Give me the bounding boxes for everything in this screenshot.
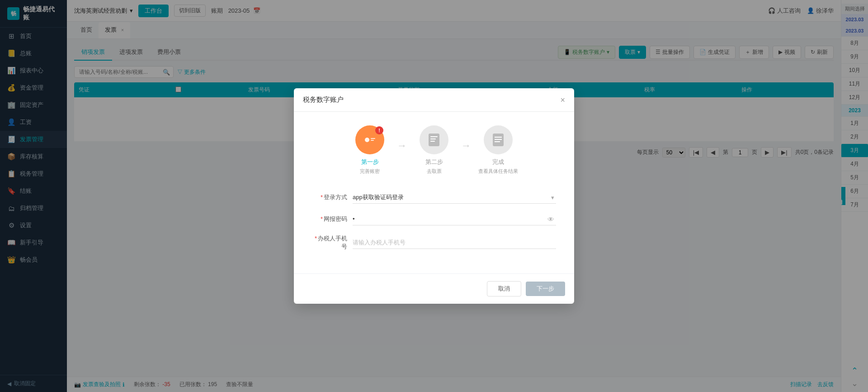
form-row-login-method: 登录方式 app获取验证码登录 ▾ (312, 191, 556, 204)
svg-rect-0 (363, 135, 377, 145)
svg-rect-4 (429, 134, 439, 146)
phone-input[interactable] (353, 236, 556, 249)
step-arrow-2: → (461, 140, 471, 152)
login-method-arrow-icon: ▾ (551, 194, 554, 201)
svg-rect-6 (430, 139, 436, 139)
svg-rect-5 (430, 136, 438, 137)
svg-rect-2 (371, 138, 375, 139)
step-1-icon (362, 132, 378, 148)
modal-title: 税务数字账户 (303, 96, 344, 104)
step-1-label: 第一步 (361, 158, 379, 166)
step-2-icon-wrap (420, 125, 448, 154)
step-1-icon-wrap: ! (355, 125, 384, 154)
svg-rect-7 (430, 141, 435, 142)
step-2: 第二步 去取票 (407, 125, 461, 175)
step-3: 完成 查看具体任务结果 (471, 125, 525, 175)
form-row-phone: 办税人手机号 (312, 234, 556, 251)
step-3-label: 完成 (492, 158, 504, 166)
password-input-wrap: 👁 (353, 213, 556, 225)
svg-point-1 (365, 138, 369, 142)
modal-body: ! 第一步 完善账密 → 第 (294, 112, 574, 273)
step-2-desc: 去取票 (427, 168, 442, 175)
step-1-desc: 完善账密 (360, 168, 380, 175)
modal-header: 税务数字账户 × (294, 88, 574, 112)
toggle-password-icon[interactable]: 👁 (547, 215, 554, 223)
modal-overlay: 税务数字账户 × ! (0, 0, 868, 392)
step-2-icon (426, 132, 442, 148)
step-3-icon (490, 132, 506, 148)
form-row-password: 网报密码 👁 (312, 213, 556, 225)
step-1-badge: ! (375, 126, 383, 134)
modal-close-btn[interactable]: × (560, 96, 565, 104)
tax-digital-modal: 税务数字账户 × ! (294, 88, 574, 304)
step-arrow-1: → (397, 140, 407, 152)
login-method-label: 登录方式 (312, 193, 353, 201)
password-label: 网报密码 (312, 215, 353, 223)
password-input[interactable] (353, 213, 556, 225)
login-method-select-wrap: app获取验证码登录 ▾ (353, 191, 556, 204)
next-step-btn[interactable]: 下一步 (526, 282, 565, 296)
phone-input-wrap (353, 236, 556, 249)
modal-footer: 取消 下一步 (294, 273, 574, 304)
step-1: ! 第一步 完善账密 (343, 125, 397, 175)
cancel-btn[interactable]: 取消 (487, 281, 521, 296)
phone-label: 办税人手机号 (312, 234, 353, 251)
step-2-label: 第二步 (425, 158, 443, 166)
step-3-icon-wrap (484, 125, 513, 154)
login-method-select[interactable]: app获取验证码登录 (353, 191, 556, 204)
svg-rect-3 (371, 140, 374, 141)
steps: ! 第一步 完善账密 → 第 (312, 125, 556, 175)
step-3-desc: 查看具体任务结果 (478, 168, 518, 175)
